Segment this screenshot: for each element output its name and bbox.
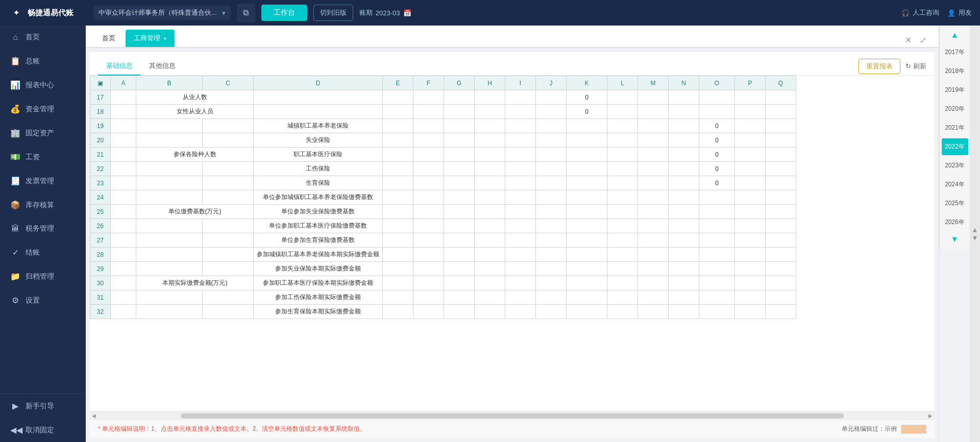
cell-29-A[interactable] (111, 262, 136, 276)
cell-30-K[interactable] (567, 276, 607, 290)
cell-25-G[interactable] (444, 205, 475, 219)
cell-32-A[interactable] (111, 305, 136, 319)
cell-26-K[interactable] (567, 219, 607, 233)
cell-22-A[interactable] (111, 162, 136, 176)
cell-27-E[interactable] (383, 233, 413, 248)
cell-26-B[interactable] (136, 219, 203, 233)
cell-32-M[interactable] (638, 305, 669, 319)
cell-30-D[interactable]: 参加职工基本医疗保险本期实际缴费金额 (254, 276, 383, 290)
cell-27-Q[interactable] (766, 233, 796, 248)
tab-industrial-commercial[interactable]: 工商管理 × (126, 30, 175, 47)
cell-17-G[interactable] (444, 90, 475, 105)
cell-30-P[interactable] (735, 276, 766, 290)
cell-27-N[interactable] (669, 233, 699, 248)
cell-25-E[interactable] (383, 205, 413, 219)
cell-28-C[interactable] (203, 248, 254, 262)
cell-24-G[interactable] (444, 190, 475, 205)
expand-icon[interactable]: ⤢ (916, 33, 930, 47)
cell-25-Q[interactable] (766, 205, 796, 219)
cell-31-C[interactable] (203, 290, 254, 305)
cell-24-H[interactable] (475, 190, 505, 205)
cell-29-P[interactable] (735, 262, 766, 276)
cell-18-G[interactable] (444, 105, 475, 119)
scroll-thumb[interactable] (181, 413, 843, 419)
cell-20-A[interactable] (111, 133, 136, 148)
year-item-2017[interactable]: 2017年 (942, 44, 968, 61)
tab-close-icon[interactable]: × (163, 35, 166, 41)
cell-32-L[interactable] (607, 305, 638, 319)
cell-26-N[interactable] (669, 219, 699, 233)
cell-30-N[interactable] (669, 276, 699, 290)
cell-24-A[interactable] (111, 190, 136, 205)
cell-19-D[interactable]: 城镇职工基本养老保险 (254, 119, 383, 133)
cell-17-L[interactable] (607, 90, 638, 105)
cell-21-B[interactable]: 参保各险种人数 (136, 148, 254, 162)
cell-27-B[interactable] (136, 233, 203, 248)
cell-25-O[interactable] (699, 205, 735, 219)
cell-18-N[interactable] (669, 105, 699, 119)
cell-20-Q[interactable] (766, 133, 796, 148)
cell-22-P[interactable] (735, 162, 766, 176)
cell-24-J[interactable] (536, 190, 567, 205)
sidebar-item-closing[interactable]: ✓ 结账 (0, 240, 86, 264)
cell-19-N[interactable] (669, 119, 699, 133)
cell-32-H[interactable] (475, 305, 505, 319)
cell-17-I[interactable] (505, 90, 536, 105)
cell-32-C[interactable] (203, 305, 254, 319)
cell-31-M[interactable] (638, 290, 669, 305)
cell-26-L[interactable] (607, 219, 638, 233)
cell-23-I[interactable] (505, 176, 536, 190)
cell-31-D[interactable]: 参加工伤保险本期实际缴费金额 (254, 290, 383, 305)
cell-28-B[interactable] (136, 248, 203, 262)
ai-consult-btn[interactable]: 🎧 人工咨询 (901, 8, 939, 17)
cell-31-G[interactable] (444, 290, 475, 305)
cell-22-E[interactable] (383, 162, 413, 176)
sidebar-item-new-guide[interactable]: ▶ 新手引导 (0, 394, 86, 418)
cell-27-L[interactable] (607, 233, 638, 248)
cell-32-O[interactable] (699, 305, 735, 319)
cell-28-Q[interactable] (766, 248, 796, 262)
cell-25-I[interactable] (505, 205, 536, 219)
sidebar-item-payroll[interactable]: 💵 工资 (0, 145, 86, 169)
cell-21-K[interactable] (567, 148, 607, 162)
year-item-2024[interactable]: 2024年 (942, 176, 968, 193)
cell-25-B[interactable]: 单位缴费基数(万元) (136, 205, 254, 219)
cell-32-B[interactable] (136, 305, 203, 319)
cell-30-G[interactable] (444, 276, 475, 290)
cell-20-P[interactable] (735, 133, 766, 148)
cell-32-N[interactable] (669, 305, 699, 319)
cell-31-F[interactable] (413, 290, 444, 305)
cell-21-L[interactable] (607, 148, 638, 162)
cell-28-I[interactable] (505, 248, 536, 262)
company-select[interactable]: 中审众环会计师事务所（特殊普通合伙... ▾ (93, 6, 231, 20)
horizontal-scrollbar[interactable]: ◀ ▶ (90, 411, 935, 420)
cell-28-E[interactable] (383, 248, 413, 262)
cell-22-F[interactable] (413, 162, 444, 176)
cell-30-J[interactable] (536, 276, 567, 290)
cell-17-H[interactable] (475, 90, 505, 105)
cell-18-D[interactable] (254, 105, 383, 119)
cell-25-F[interactable] (413, 205, 444, 219)
cell-27-F[interactable] (413, 233, 444, 248)
sidebar-item-report-center[interactable]: 📊 报表中心 (0, 73, 86, 97)
cell-28-A[interactable] (111, 248, 136, 262)
cell-22-Q[interactable] (766, 162, 796, 176)
cell-26-A[interactable] (111, 219, 136, 233)
cell-31-H[interactable] (475, 290, 505, 305)
cell-29-E[interactable] (383, 262, 413, 276)
cell-18-E[interactable] (383, 105, 413, 119)
year-item-2018[interactable]: 2018年 (942, 63, 968, 80)
cell-27-M[interactable] (638, 233, 669, 248)
cell-30-O[interactable] (699, 276, 735, 290)
sidebar-item-fund-management[interactable]: 💰 资金管理 (0, 97, 86, 121)
cell-19-P[interactable] (735, 119, 766, 133)
cell-30-H[interactable] (475, 276, 505, 290)
cell-19-F[interactable] (413, 119, 444, 133)
cell-19-H[interactable] (475, 119, 505, 133)
cell-31-L[interactable] (607, 290, 638, 305)
cell-23-M[interactable] (638, 176, 669, 190)
cell-27-G[interactable] (444, 233, 475, 248)
cell-29-F[interactable] (413, 262, 444, 276)
cell-23-H[interactable] (475, 176, 505, 190)
cell-19-L[interactable] (607, 119, 638, 133)
